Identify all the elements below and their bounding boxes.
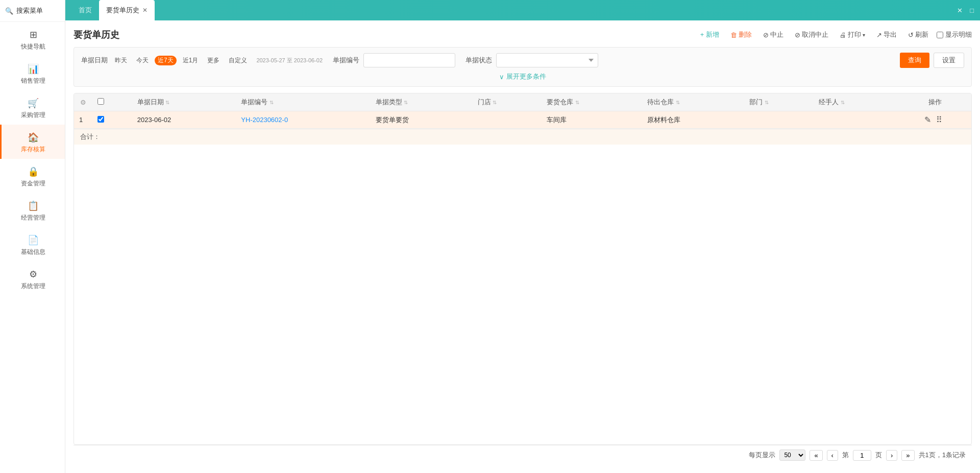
th-department[interactable]: 部门 ⇅ <box>744 93 814 111</box>
th-doc-type[interactable]: 单据类型 ⇅ <box>371 93 473 111</box>
filter-area: 单据日期 昨天 今天 近7天 近1月 更多 自定义 2023-05-27 至 2… <box>74 47 972 87</box>
row-checkbox[interactable] <box>97 116 104 123</box>
sidebar-item-basic[interactable]: 📄 基础信息 <box>0 227 65 262</box>
doc-no-input[interactable] <box>363 53 455 67</box>
topbar: 首页 要货单历史 ✕ ✕ □ <box>65 0 980 20</box>
th-pending-warehouse[interactable]: 待出仓库 ⇅ <box>642 93 744 111</box>
th-doc-date[interactable]: 单据日期 ⇅ <box>132 93 236 111</box>
display-detail-label: 显示明细 <box>945 30 972 39</box>
cell-checkbox[interactable] <box>92 111 132 129</box>
page-size-label: 每页显示 <box>749 451 775 460</box>
next-page-button[interactable]: › <box>886 450 897 461</box>
status-filter: 单据状态 正常 中止 <box>465 53 598 67</box>
last-page-button[interactable]: » <box>901 450 914 461</box>
sort-icon: ⇅ <box>404 100 408 105</box>
window-maximize-icon[interactable]: □ <box>970 7 974 14</box>
total-info: 共1页，1条记录 <box>919 451 966 460</box>
search-icon: 🔍 <box>5 7 13 15</box>
main-area: 首页 要货单历史 ✕ ✕ □ 要货单历史 + 新增 🗑 删除 ⊘ 中止 <box>65 0 980 473</box>
sort-icon: ⇅ <box>765 100 769 105</box>
table-row: 1 2023-06-02 YH-20230602-0 要货单要货 车间库 原材料… <box>74 111 971 129</box>
filter-row-1: 单据日期 昨天 今天 近7天 近1月 更多 自定义 2023-05-27 至 2… <box>81 53 964 68</box>
sort-icon: ⇅ <box>841 100 845 105</box>
th-doc-no[interactable]: 单据编号 ⇅ <box>236 93 370 111</box>
refresh-button[interactable]: ↺ 刷新 <box>905 29 932 41</box>
sort-icon: ⇅ <box>676 100 680 105</box>
page-input[interactable] <box>853 450 871 461</box>
th-store[interactable]: 门店 ⇅ <box>473 93 542 111</box>
sidebar-item-label: 系统管理 <box>21 282 45 291</box>
stop-icon: ⊘ <box>763 31 769 39</box>
sort-icon: ⇅ <box>575 100 579 105</box>
sales-icon: 📊 <box>28 63 39 75</box>
window-close-icon[interactable]: ✕ <box>957 7 963 14</box>
delete-button[interactable]: 🗑 删除 <box>727 29 755 41</box>
sidebar-item-finance[interactable]: 🔒 资金管理 <box>0 159 65 193</box>
sidebar-item-purchase[interactable]: 🛒 采购管理 <box>0 90 65 125</box>
sidebar-search-label: 搜索菜单 <box>16 6 43 15</box>
cell-doc-no[interactable]: YH-20230602-0 <box>236 111 370 129</box>
cell-req-warehouse: 车间库 <box>542 111 642 129</box>
date-btn-today[interactable]: 今天 <box>133 56 152 65</box>
status-select[interactable]: 正常 中止 <box>496 53 598 67</box>
select-all-checkbox[interactable] <box>97 98 104 105</box>
tab-requisition-history[interactable]: 要货单历史 ✕ <box>99 0 155 20</box>
first-page-button[interactable]: « <box>810 450 822 461</box>
date-btn-more[interactable]: 更多 <box>204 56 223 65</box>
date-filter-label: 单据日期 <box>81 56 108 65</box>
date-btn-7days[interactable]: 近7天 <box>155 56 177 65</box>
date-btn-1month[interactable]: 近1月 <box>180 56 202 65</box>
expand-more-btn[interactable]: ∨ 展开更多条件 <box>81 72 964 81</box>
stop-button[interactable]: ⊘ 中止 <box>760 29 787 41</box>
sidebar-search[interactable]: 🔍 搜索菜单 <box>0 0 65 22</box>
inventory-icon: 🏠 <box>28 132 39 143</box>
system-icon: ⚙ <box>29 269 37 280</box>
page-suffix: 页 <box>875 451 882 460</box>
table-footer: 合计： <box>74 129 971 145</box>
topbar-right: ✕ □ <box>957 7 974 14</box>
sidebar-item-inventory[interactable]: 🏠 库存核算 <box>0 125 65 159</box>
th-req-warehouse[interactable]: 要货仓库 ⇅ <box>542 93 642 111</box>
cancel-stop-button[interactable]: ⊘ 取消中止 <box>792 29 831 41</box>
table-settings-col[interactable]: ⚙ <box>74 93 92 111</box>
tab-home-label: 首页 <box>79 6 92 15</box>
total-label: 合计： <box>80 132 100 141</box>
page-size-select[interactable]: 50 100 200 <box>779 450 805 461</box>
tab-close-icon[interactable]: ✕ <box>142 7 148 14</box>
delete-icon: 🗑 <box>730 31 737 39</box>
sidebar: 🔍 搜索菜单 ⊞ 快捷导航 📊 销售管理 🛒 采购管理 🏠 库存核算 🔒 资金管… <box>0 0 65 473</box>
sidebar-item-quick-nav[interactable]: ⊞ 快捷导航 <box>0 22 65 56</box>
date-range-display: 2023-05-27 至 2023-06-02 <box>256 57 323 64</box>
sidebar-item-system[interactable]: ⚙ 系统管理 <box>0 262 65 296</box>
sidebar-item-label: 销售管理 <box>21 77 45 85</box>
sidebar-item-operations[interactable]: 📋 经营管理 <box>0 193 65 227</box>
th-handler[interactable]: 经手人 ⇅ <box>814 93 898 111</box>
doc-no-filter: 单据编号 <box>333 53 455 67</box>
th-actions: 操作 <box>898 93 971 111</box>
status-label: 单据状态 <box>465 56 492 65</box>
date-btn-yesterday[interactable]: 昨天 <box>112 56 130 65</box>
doc-no-link[interactable]: YH-20230602-0 <box>241 116 288 124</box>
display-detail-checkbox[interactable] <box>937 32 943 38</box>
cell-handler <box>814 111 898 129</box>
sidebar-item-sales[interactable]: 📊 销售管理 <box>0 56 65 90</box>
tab-requisition-label: 要货单历史 <box>106 6 139 15</box>
content-area: 要货单历史 + 新增 🗑 删除 ⊘ 中止 ⊘ 取消中止 🖨 打印 <box>65 20 980 473</box>
tab-home[interactable]: 首页 <box>71 0 99 20</box>
edit-action-button[interactable]: ✎ <box>924 115 931 125</box>
more-action-button[interactable]: ⠿ <box>936 115 942 125</box>
sidebar-item-label: 基础信息 <box>21 248 45 256</box>
th-checkbox[interactable] <box>92 93 132 111</box>
new-button[interactable]: + 新增 <box>697 29 722 41</box>
print-button[interactable]: 🖨 打印 ▾ <box>837 29 868 41</box>
prev-page-button[interactable]: ‹ <box>827 450 838 461</box>
settings-button[interactable]: 设置 <box>934 53 964 68</box>
display-detail-checkbox-label[interactable]: 显示明细 <box>937 30 972 39</box>
data-table: ⚙ 单据日期 ⇅ 单据编号 ⇅ 单据类型 ⇅ <box>74 93 971 129</box>
purchase-icon: 🛒 <box>28 98 39 109</box>
print-icon: 🖨 <box>840 31 846 39</box>
export-button[interactable]: ↗ 导出 <box>873 29 900 41</box>
sidebar-item-label: 资金管理 <box>21 179 45 188</box>
query-button[interactable]: 查询 <box>900 53 929 68</box>
date-btn-custom[interactable]: 自定义 <box>226 56 250 65</box>
